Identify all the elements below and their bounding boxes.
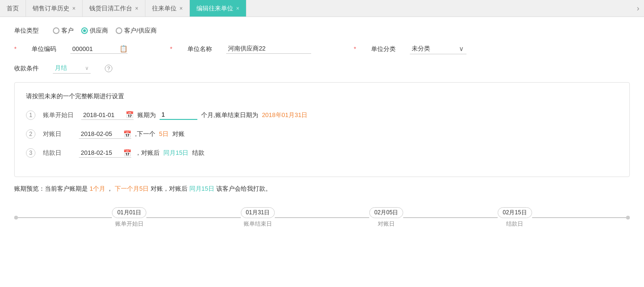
step-1-num: 1 [26, 110, 35, 120]
radio-customer[interactable]: 客户 [53, 26, 74, 35]
step-3-label: 结款日 [43, 149, 71, 157]
timeline-node-2: 01月31日 账单结束日 [241, 207, 275, 228]
unit-type-row: 单位类型 客户 供应商 客户/供应商 [14, 26, 630, 35]
preview-mid2: 对账，对账后 [151, 185, 187, 192]
preview-settle: 同月15日 [189, 185, 214, 192]
step-3-highlight: 同月15日 [163, 149, 188, 157]
unit-category-value: 未分类 [410, 43, 438, 54]
unit-category-label: 单位分类 [371, 45, 396, 53]
tab-partner-units[interactable]: 往来单位 × [145, 0, 190, 17]
step-3-after: 结款 [192, 149, 204, 157]
radio-supplier-circle [81, 27, 88, 34]
tab-edit-partner-units-close[interactable]: × [236, 5, 239, 12]
unit-code-input[interactable] [70, 44, 118, 53]
tab-home-label: 首页 [7, 4, 19, 13]
timeline-line-4 [403, 217, 497, 218]
timeline-node-2-pill: 01月31日 [241, 207, 275, 218]
tab-sales-order-history-close[interactable]: × [72, 5, 76, 12]
unit-category-select[interactable]: 未分类 ∨ [410, 43, 466, 54]
preview-suffix: 该客户会给我打款。 [216, 185, 271, 192]
step-1-label: 账单开始日 [43, 111, 74, 119]
preview-prefix: 账期预览：当前客户账期是 [14, 185, 88, 192]
step-2-row: 2 对账日 📅 ,下一个 5日 对账 [26, 129, 618, 139]
timeline-node-3-pill: 02月05日 [369, 207, 404, 218]
timeline-node-4: 02月15日 结款日 [498, 207, 532, 228]
tab-cash-reconciliation-close[interactable]: × [135, 5, 138, 12]
unit-type-label: 单位类型 [14, 26, 39, 35]
step-2-suffix: ,下一个 [135, 130, 155, 138]
step-3-suffix: ，对账后 [135, 149, 160, 157]
timeline-line-5 [532, 217, 626, 218]
step-2-label: 对账日 [43, 130, 71, 138]
timeline-node-1: 01月01日 账单开始日 [112, 207, 146, 228]
tab-cash-reconciliation-label: 钱货日清工作台 [89, 4, 132, 13]
radio-customer-supplier-circle [116, 27, 122, 34]
payment-terms-row: 收款条件 月结 ∨ ? [14, 63, 630, 74]
unit-code-input-wrapper: 📋 [70, 44, 127, 54]
unit-category-star: * [354, 45, 356, 52]
timeline-node-4-pill: 02月15日 [498, 207, 532, 218]
tab-sales-order-history[interactable]: 销售订单历史 × [26, 0, 83, 17]
timeline-node-2-label: 账单结束日 [244, 220, 272, 228]
step-1-period-unit: 个月,账单结束日期为 [201, 111, 258, 119]
radio-customer-supplier[interactable]: 客户/供应商 [116, 26, 157, 35]
step-2-highlight: 5日 [159, 130, 169, 138]
timeline-node-4-label: 结款日 [506, 220, 523, 228]
radio-supplier-label: 供应商 [90, 26, 108, 35]
timeline-node-3-label: 对账日 [378, 220, 395, 228]
tab-home[interactable]: 首页 [0, 0, 26, 17]
tab-bar: 首页 销售订单历史 × 钱货日清工作台 × 往来单位 × 编辑往来单位 × › [0, 0, 644, 17]
step-1-calendar-icon[interactable]: 📅 [126, 111, 134, 118]
step-1-row: 1 账单开始日 📅 账期为 个月,账单结束日期为 2018年01月31日 [26, 110, 618, 120]
tab-more-arrow[interactable]: › [632, 4, 644, 13]
step-1-date-input[interactable] [81, 110, 124, 119]
step-1-content: 📅 账期为 个月,账单结束日期为 2018年01月31日 [81, 110, 307, 120]
step-3-row: 3 结款日 📅 ，对账后 同月15日 结款 [26, 148, 618, 158]
step-2-num: 2 [26, 129, 35, 139]
step-2-calendar-icon[interactable]: 📅 [123, 130, 131, 138]
step-2-content: 📅 ,下一个 5日 对账 [79, 129, 185, 139]
timeline-node-3: 02月05日 对账日 [369, 207, 404, 228]
panel-title: 请按照未来的一个完整帐期进行设置 [26, 92, 618, 101]
tab-cash-reconciliation[interactable]: 钱货日清工作台 × [83, 0, 145, 17]
step-2-date-input[interactable] [79, 129, 121, 138]
unit-name-input[interactable] [226, 44, 311, 53]
help-icon[interactable]: ? [105, 65, 112, 72]
step-3-content: 📅 ，对账后 同月15日 结款 [79, 148, 204, 158]
timeline-line-3 [275, 217, 369, 218]
step-2-date-wrapper: 📅 [79, 129, 131, 139]
unit-code-label: 单位编码 [32, 45, 56, 53]
preview-text: 账期预览：当前客户账期是 1个月 ， 下一个月5日 对账，对账后 同月15日 该… [14, 185, 630, 193]
step-1-end-date: 2018年01月31日 [262, 111, 308, 119]
payment-terms-select[interactable]: 月结 ∨ [53, 63, 91, 74]
unit-name-label: 单位名称 [187, 45, 212, 53]
unit-info-row: * 单位编码 📋 * 单位名称 * 单位分类 未分类 ∨ [14, 43, 630, 54]
radio-customer-label: 客户 [61, 26, 74, 35]
step-1-date-wrapper: 📅 [81, 110, 134, 120]
tab-edit-partner-units[interactable]: 编辑往来单位 × [190, 0, 246, 17]
timeline-start-dot [14, 216, 18, 219]
step-2-after: 对账 [172, 130, 185, 138]
payment-terms-value: 月结 [53, 63, 81, 73]
unit-category-arrow: ∨ [459, 45, 464, 52]
main-content: 单位类型 客户 供应商 客户/供应商 * 单位编码 📋 * 单位名称 [0, 17, 644, 287]
step-1-period-input[interactable] [160, 110, 197, 120]
preview-mid: ， [107, 185, 113, 192]
payment-terms-arrow: ∨ [85, 65, 89, 71]
timeline-line-1 [18, 217, 112, 218]
radio-supplier[interactable]: 供应商 [81, 26, 108, 35]
unit-code-star: * [14, 45, 17, 52]
step-3-calendar-icon[interactable]: 📅 [123, 149, 131, 157]
timeline-node-1-label: 账单开始日 [115, 220, 144, 228]
unit-code-copy-icon[interactable]: 📋 [119, 45, 127, 52]
timeline: 01月01日 账单开始日 01月31日 账单结束日 02月05日 对账日 02月… [14, 203, 630, 233]
tab-sales-order-history-label: 销售订单历史 [33, 4, 69, 13]
step-3-date-input[interactable] [79, 148, 121, 157]
payment-terms-label: 收款条件 [14, 64, 39, 73]
period-setup-panel: 请按照未来的一个完整帐期进行设置 1 账单开始日 📅 账期为 个月,账单结束日期… [14, 82, 630, 177]
unit-name-input-wrapper [226, 44, 311, 54]
radio-customer-supplier-label: 客户/供应商 [124, 26, 157, 35]
tab-partner-units-close[interactable]: × [179, 5, 183, 12]
step-3-num: 3 [26, 148, 35, 158]
preview-next: 下一个月5日 [115, 185, 149, 192]
